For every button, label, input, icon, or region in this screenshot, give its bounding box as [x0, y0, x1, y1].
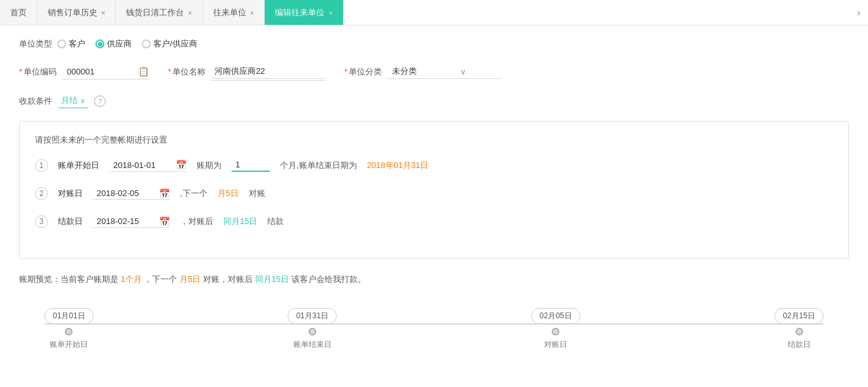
- timeline-points-row: 01月01日 账单开始日 01月31日 账单结束日 02月05日 对账日: [19, 308, 849, 350]
- row-label-2: 对账日: [58, 188, 83, 199]
- timeline-badge-2: 01月31日: [288, 308, 337, 324]
- period-input[interactable]: [232, 158, 270, 172]
- calendar-icon-1[interactable]: 📅: [176, 160, 186, 170]
- bill-end-date: 2018年01月31日: [367, 160, 429, 171]
- unit-code-group: *单位编码 📋: [19, 64, 149, 80]
- copy-icon[interactable]: 📋: [138, 66, 149, 76]
- unit-name-group: *单位名称: [168, 62, 325, 81]
- timeline-label-3: 对账日: [544, 339, 567, 350]
- close-icon[interactable]: ×: [328, 9, 332, 17]
- tab-cash-work-label: 钱货日清工作台: [126, 7, 184, 18]
- payment-day: 同月15日: [223, 216, 257, 227]
- close-icon[interactable]: ×: [250, 9, 254, 17]
- timeline: 01月01日 账单开始日 01月31日 账单结束日 02月05日 对账日: [19, 302, 849, 350]
- timeline-dot-4: [795, 328, 803, 335]
- tab-home[interactable]: 首页: [0, 0, 38, 25]
- radio-supplier-label: 供应商: [107, 38, 132, 50]
- radio-supplier[interactable]: 供应商: [95, 38, 132, 50]
- help-icon[interactable]: ?: [94, 95, 106, 107]
- radio-group: 客户 供应商 客户/供应商: [57, 38, 197, 50]
- main-content: 单位类型 客户 供应商 客户/供应商 *单位编码: [0, 25, 868, 387]
- tab-edit-partner-label: 编辑往来单位: [275, 7, 325, 18]
- unit-category-group: *单位分类 未分类 ∨: [344, 64, 501, 79]
- preview-text-2: 对账，对账后: [203, 274, 253, 284]
- row-text-month: 个月,账单结束日期为: [280, 160, 357, 171]
- condition-row: 收款条件 月结 ∨ ?: [19, 94, 849, 108]
- unit-type-row: 单位类型 客户 供应商 客户/供应商: [19, 38, 849, 50]
- date-input-wrap-1: 📅: [109, 159, 186, 172]
- radio-circle-customer: [57, 39, 66, 48]
- timeline-point-3: 02月05日 对账日: [531, 308, 580, 350]
- timeline-dot-1: [65, 328, 73, 335]
- tab-edit-partner[interactable]: 编辑往来单位 ×: [265, 0, 343, 25]
- timeline-label-4: 结款日: [788, 339, 811, 350]
- dropdown-arrow-icon: ∨: [460, 67, 496, 76]
- unit-name-input[interactable]: [211, 64, 325, 79]
- preview-prefix: 账期预览：当前客户账期是: [19, 274, 118, 284]
- reconcile-day: 月5日: [218, 188, 239, 199]
- row-text-after-reconcile: ，对账后: [180, 216, 213, 227]
- row-num-3: 3: [35, 215, 48, 228]
- condition-value: 月结: [61, 95, 78, 106]
- unit-code-input[interactable]: [62, 66, 138, 78]
- timeline-label-1: 账单开始日: [50, 339, 88, 350]
- calendar-icon-2[interactable]: 📅: [159, 188, 170, 199]
- timeline-badge-4: 02月15日: [774, 308, 823, 324]
- close-icon[interactable]: ×: [101, 9, 105, 17]
- timeline-dot-3: [552, 328, 559, 335]
- timeline-point-4: 02月15日 结款日: [774, 308, 823, 350]
- tab-bar: 首页 销售订单历史 × 钱货日清工作台 × 往来单位 × 编辑往来单位 × ›: [0, 0, 868, 25]
- row-label-1: 账单开始日: [58, 160, 99, 171]
- unit-name-label: *单位名称: [168, 66, 206, 78]
- unit-type-label: 单位类型: [19, 38, 52, 50]
- timeline-badge-3: 02月05日: [531, 308, 580, 324]
- row-text-reconcile: 对账: [249, 188, 265, 199]
- date-input-wrap-2: 📅: [93, 187, 170, 200]
- setting-row-1: 1 账单开始日 📅 账期为 个月,账单结束日期为 2018年01月31日: [35, 158, 833, 172]
- preview-text: 账期预览：当前客户账期是 1个月 ，下一个 月5日 对账，对账后 同月15日 该…: [19, 272, 849, 286]
- close-icon[interactable]: ×: [188, 9, 192, 17]
- unit-info-row: *单位编码 📋 *单位名称 *单位分类 未分类 ∨: [19, 62, 849, 81]
- calendar-icon-3[interactable]: 📅: [159, 216, 170, 227]
- radio-circle-both: [142, 39, 151, 48]
- row-text-period-label: 账期为: [197, 160, 221, 171]
- tab-cash-work[interactable]: 钱货日清工作台 ×: [116, 0, 202, 25]
- date-input-3[interactable]: [93, 215, 157, 227]
- timeline-label-2: 账单结束日: [293, 339, 332, 350]
- setting-row-3: 3 结款日 📅 ，对账后 同月15日 结款: [35, 215, 833, 228]
- condition-arrow-icon: ∨: [80, 97, 85, 105]
- unit-category-select[interactable]: 未分类 ∨: [387, 64, 501, 79]
- required-star-name: *: [168, 67, 171, 76]
- tab-partner-label: 往来单位: [213, 7, 246, 18]
- preview-highlight-2: 月5日: [179, 274, 200, 284]
- tab-more-button[interactable]: ›: [850, 0, 868, 25]
- unit-category-value: 未分类: [392, 66, 428, 77]
- unit-type-group: 单位类型 客户 供应商 客户/供应商: [19, 38, 197, 50]
- tab-home-label: 首页: [10, 7, 27, 18]
- unit-code-input-wrap: 📋: [62, 64, 149, 80]
- tab-sales-history-label: 销售订单历史: [48, 7, 97, 18]
- radio-customer[interactable]: 客户: [57, 38, 85, 50]
- date-input-wrap-3: 📅: [93, 215, 170, 228]
- settings-title: 请按照未来的一个完整帐期进行设置: [35, 134, 833, 146]
- radio-customer-label: 客户: [69, 38, 85, 50]
- condition-label: 收款条件: [19, 95, 52, 107]
- settings-box: 请按照未来的一个完整帐期进行设置 1 账单开始日 📅 账期为 个月,账单结束日期…: [19, 121, 849, 259]
- timeline-point-2: 01月31日 账单结束日: [288, 308, 337, 350]
- radio-both-label: 客户/供应商: [153, 38, 197, 50]
- row-label-3: 结款日: [58, 216, 83, 227]
- required-star-cat: *: [344, 67, 347, 76]
- date-input-2[interactable]: [93, 187, 157, 199]
- preview-suffix: 该客户会给我打款。: [291, 274, 366, 284]
- radio-both[interactable]: 客户/供应商: [142, 38, 197, 50]
- preview-highlight-3: 同月15日: [255, 274, 289, 284]
- tab-sales-history[interactable]: 销售订单历史 ×: [38, 0, 116, 25]
- setting-row-2: 2 对账日 📅 ,下一个 月5日 对账: [35, 187, 833, 200]
- radio-circle-supplier: [95, 39, 104, 48]
- row-text-payment: 结款: [267, 216, 284, 227]
- condition-select[interactable]: 月结 ∨: [59, 94, 88, 108]
- tab-partner[interactable]: 往来单位 ×: [203, 0, 265, 25]
- unit-code-label: *单位编码: [19, 66, 57, 78]
- date-input-1[interactable]: [109, 159, 173, 171]
- row-num-2: 2: [35, 187, 48, 200]
